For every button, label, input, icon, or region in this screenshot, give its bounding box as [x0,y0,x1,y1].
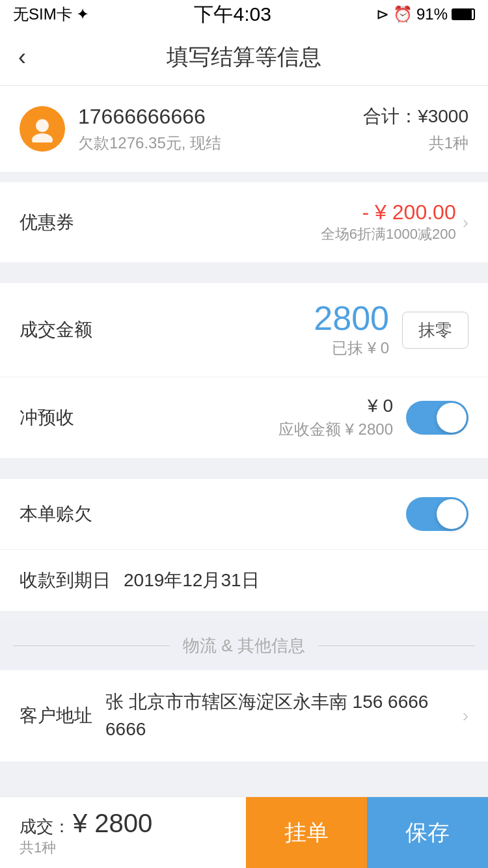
avatar [20,106,65,152]
status-bar: 无SIM卡 ✦ 下午4:03 ⊳ ⏰ 91% [0,0,488,29]
svg-point-0 [36,119,49,132]
address-chevron-icon: › [463,705,468,726]
amount-section: 成交金额 2800 已抹 ¥ 0 抹零 冲预收 ¥ 0 应收金额 ¥ 2800 [0,283,488,458]
divider-line-right [318,645,475,646]
customer-card: 17666666666 欠款1276.35元, 现结 合计：¥3000 共1种 [0,86,488,172]
logistics-divider: 物流 & 其他信息 [0,621,488,670]
footer-info: 成交： ¥ 2800 共1种 [0,807,246,858]
sim-label: 无SIM卡 ✦ [13,4,89,25]
credit-toggle[interactable] [406,497,468,531]
total-count: 共1种 [363,133,468,154]
hold-button[interactable]: 挂单 [246,797,367,869]
duedate-row: 收款到期日 2019年12月31日 [0,549,488,611]
total-amount: 合计：¥3000 [363,104,468,129]
page-title: 填写结算等信息 [167,42,321,72]
battery-label: 91% [416,5,448,23]
footer-count: 共1种 [20,838,226,858]
prepay-amount: ¥ 0 [278,396,393,416]
deal-amount-value: 2800 [314,301,389,335]
footer-deal-label: 成交： [20,815,70,838]
prepay-sub: 应收金额 ¥ 2800 [278,419,393,440]
divider-text: 物流 & 其他信息 [183,634,305,657]
address-label: 客户地址 [20,703,92,728]
coupon-right: - ¥ 200.00 全场6折满1000减200 › [321,200,468,244]
svg-point-1 [32,133,53,142]
status-time: 下午4:03 [194,1,271,28]
round-button[interactable]: 抹零 [402,312,468,349]
section-gap-1 [0,273,488,283]
nav-bar: ‹ 填写结算等信息 [0,29,488,86]
credit-label: 本单赊欠 [20,502,92,526]
customer-right: 合计：¥3000 共1种 [363,104,468,154]
prepay-amount-wrap: ¥ 0 应收金额 ¥ 2800 [278,396,393,440]
coupon-amount: - ¥ 200.00 [321,200,456,224]
coupon-desc: 全场6折满1000减200 [321,224,456,244]
footer-amount: ¥ 2800 [73,809,152,838]
address-row[interactable]: 客户地址 张 北京市市辖区海淀区永丰南 156 6666 6666 › [0,670,488,761]
save-button[interactable]: 保存 [367,797,488,869]
bottom-footer: 成交： ¥ 2800 共1种 挂单 保存 [0,796,488,868]
address-value: 张 北京市市辖区海淀区永丰南 156 6666 6666 [92,688,463,743]
section-gap-2 [0,458,488,468]
credit-toggle-knob [437,499,467,529]
battery-icon [452,8,475,20]
prepay-right: ¥ 0 应收金额 ¥ 2800 [278,396,468,440]
customer-sub: 欠款1276.35元, 现结 [78,133,221,154]
back-button[interactable]: ‹ [18,44,26,71]
customer-phone: 17666666666 [78,105,221,129]
duedate-value: 2019年12月31日 [124,568,260,593]
prepay-label: 冲预收 [20,405,74,430]
coupon-chevron-icon: › [463,212,468,233]
divider-line-left [13,645,170,646]
duedate-label: 收款到期日 [20,568,111,593]
customer-info: 17666666666 欠款1276.35元, 现结 [78,105,221,154]
deal-amount-sub: 已抹 ¥ 0 [314,338,389,359]
avatar-icon [29,115,56,142]
coupon-row[interactable]: 优惠券 - ¥ 200.00 全场6折满1000减200 › [0,182,488,262]
location-icon: ⊳ [376,5,389,23]
deal-amount-right: 2800 已抹 ¥ 0 抹零 [314,301,468,359]
deal-amount-row: 成交金额 2800 已抹 ¥ 0 抹零 [0,283,488,377]
status-right: ⊳ ⏰ 91% [376,5,475,23]
deal-amount-label: 成交金额 [20,318,92,342]
prepay-row: 冲预收 ¥ 0 应收金额 ¥ 2800 [0,377,488,458]
toggle-knob [437,403,467,433]
content-area: 17666666666 欠款1276.35元, 现结 合计：¥3000 共1种 … [0,86,488,839]
credit-section: 本单赊欠 [0,479,488,549]
alarm-icon: ⏰ [393,5,413,23]
status-left: 无SIM卡 ✦ [13,4,89,25]
prepay-toggle[interactable] [406,401,468,435]
customer-left: 17666666666 欠款1276.35元, 现结 [20,105,221,154]
coupon-label: 优惠券 [20,210,74,235]
